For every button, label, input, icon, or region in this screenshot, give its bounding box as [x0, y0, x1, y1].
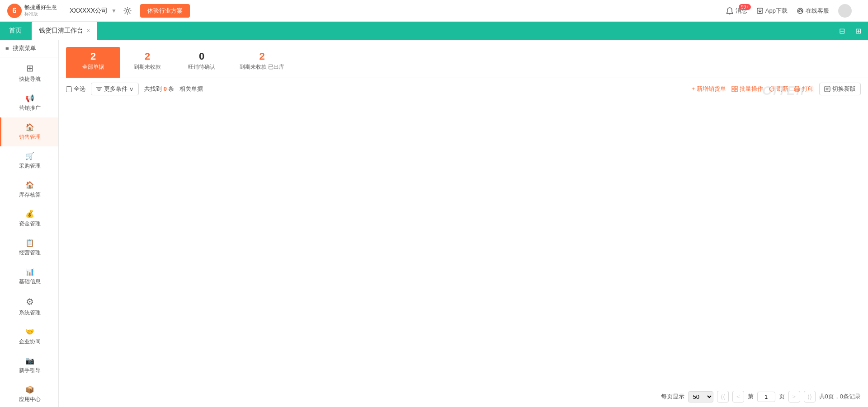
stat-wangpu-label: 旺铺待确认 [188, 63, 215, 71]
select-all-input[interactable] [66, 86, 72, 92]
stat-tab-all[interactable]: 2 全部单据 [66, 47, 120, 78]
sidebar-item-quicknav[interactable]: ⊞ 快捷导航 [0, 57, 58, 89]
sidebar-item-appstore[interactable]: 📦 应用中心 [0, 380, 58, 407]
add-sales-order-button[interactable]: + 新增销货单 [692, 85, 726, 93]
filter-dropdown-icon: ∨ [129, 86, 134, 93]
page-size-label: 每页显示 [661, 393, 684, 401]
notification-badge: 99+ [739, 4, 751, 10]
tab-maximize-icon[interactable]: ⊞ [852, 24, 864, 37]
sidebar-basic-label: 基础信息 [19, 278, 41, 285]
trial-button[interactable]: 体验行业方案 [140, 4, 190, 18]
content-area: 2 全部单据 2 到期未收款 0 旺铺待确认 2 到期未收款 已出库 全选 [59, 40, 868, 407]
sidebar-operation-label: 经营管理 [19, 249, 41, 257]
svg-point-0 [126, 9, 129, 12]
sidebar-item-collab[interactable]: 🤝 企业协同 [0, 322, 58, 351]
stat-overdue-label: 到期未收款 [134, 63, 161, 71]
found-text: 共找到 0 条 [144, 85, 174, 93]
svg-point-4 [801, 10, 802, 12]
stat-wangpu-number: 0 [199, 51, 204, 62]
print-button[interactable]: 打印 [794, 85, 814, 93]
page-last-button[interactable]: ⟩⟩ [804, 391, 816, 402]
notification-icon-item[interactable]: 消息 99+ [726, 7, 747, 15]
main-layout: ≡ 搜索菜单 ⊞ 快捷导航 📢 营销推广 🏠 销售管理 🛒 采购管理 🏠 库存核… [0, 40, 868, 407]
page-first-button[interactable]: ⟨⟨ [717, 391, 729, 402]
switch-version-button[interactable]: 切换新版 [819, 83, 861, 95]
logo-icon: 6 [7, 4, 22, 18]
operation-icon: 📋 [25, 239, 34, 247]
select-all-checkbox[interactable]: 全选 [66, 85, 85, 93]
sidebar-item-marketing[interactable]: 📢 营销推广 [0, 89, 58, 117]
sidebar-guide-label: 新手引导 [19, 367, 41, 374]
page-size-select[interactable]: 50 10 20 100 [688, 391, 713, 402]
page-prev-button[interactable]: ＜ [732, 391, 744, 402]
page-next-button[interactable]: ＞ [788, 391, 800, 402]
purchase-icon: 🛒 [25, 152, 34, 160]
sidebar-sales-label: 销售管理 [19, 133, 41, 141]
sidebar-item-search[interactable]: ≡ 搜索菜单 [0, 40, 58, 57]
print-icon [794, 86, 800, 92]
app-download-item[interactable]: App下载 [756, 7, 788, 15]
stat-overdue-number: 2 [145, 51, 150, 62]
online-service-label: 在线客服 [806, 7, 829, 15]
company-name[interactable]: XXXXXX公司 [70, 7, 108, 15]
sidebar-purchase-label: 采购管理 [19, 162, 41, 170]
svg-rect-7 [732, 89, 734, 92]
sales-icon: 🏠 [25, 123, 34, 131]
pagination: 每页显示 50 10 20 100 ⟨⟨ ＜ 第 页 ＞ ⟩⟩ 共0页，0条记录 [59, 386, 868, 407]
sidebar-system-label: 系统管理 [19, 309, 41, 317]
toolbar-right: + 新增销货单 批量操作 刷新 [692, 83, 861, 95]
sidebar-item-operation[interactable]: 📋 经营管理 [0, 233, 58, 262]
stat-tab-overdue[interactable]: 2 到期未收款 [120, 47, 175, 78]
found-count: 0 [164, 85, 167, 92]
company-dropdown-icon[interactable]: ▼ [111, 8, 117, 14]
page-number-input[interactable] [757, 392, 775, 402]
logo-badge: 标准版 [24, 11, 57, 17]
related-button[interactable]: 相关单据 [179, 85, 203, 93]
sidebar-search-label: 搜索菜单 [13, 44, 36, 52]
quicknav-icon: ⊞ [26, 63, 34, 74]
tab-minimize-icon[interactable]: ⊟ [835, 24, 848, 37]
app-download-label: App下载 [765, 7, 788, 15]
tab-home[interactable]: 首页 [0, 22, 31, 40]
svg-rect-6 [735, 86, 737, 89]
company-selector[interactable]: XXXXXX公司 ▼ [70, 7, 117, 15]
tab-close-icon[interactable]: × [87, 28, 90, 34]
search-icon: ≡ [5, 45, 9, 52]
refresh-icon [769, 86, 775, 92]
sidebar-collab-label: 企业协同 [19, 338, 41, 346]
sidebar-item-inventory[interactable]: 🏠 库存核算 [0, 175, 58, 204]
sidebar-marketing-label: 营销推广 [19, 104, 41, 112]
sidebar-item-finance[interactable]: 💰 资金管理 [0, 204, 58, 233]
svg-rect-9 [795, 86, 799, 88]
batch-operation-button[interactable]: 批量操作 [731, 85, 763, 93]
toolbar: 全选 更多条件 ∨ 共找到 0 条 相关单据 + 新增销货单 [59, 78, 868, 100]
stat-shipped-label: 到期未收款 已出库 [240, 63, 284, 71]
sidebar: ≡ 搜索菜单 ⊞ 快捷导航 📢 营销推广 🏠 销售管理 🛒 采购管理 🏠 库存核… [0, 40, 59, 407]
refresh-button[interactable]: 刷新 [769, 85, 788, 93]
tab-current[interactable]: 钱货日清工作台 × [32, 22, 97, 40]
appstore-icon: 📦 [25, 385, 34, 394]
sidebar-item-sales[interactable]: 🏠 销售管理 [0, 117, 58, 146]
stat-all-label: 全部单据 [82, 63, 104, 71]
page-label: 第 [748, 393, 754, 401]
select-all-label: 全选 [74, 85, 85, 93]
settings-icon[interactable] [120, 4, 135, 18]
tab-bar: 首页 钱货日清工作台 × ⊟ ⊞ [0, 22, 868, 40]
filter-button[interactable]: 更多条件 ∨ [91, 83, 139, 95]
batch-icon [731, 86, 738, 92]
sidebar-item-purchase[interactable]: 🛒 采购管理 [0, 146, 58, 175]
svg-rect-8 [735, 89, 737, 92]
sidebar-quicknav-label: 快捷导航 [19, 75, 41, 83]
header-right: 消息 99+ App下载 在线客服 [726, 4, 861, 18]
stat-tab-shipped[interactable]: 2 到期未收款 已出库 [229, 47, 295, 78]
online-service-item[interactable]: 在线客服 [797, 7, 829, 15]
stat-all-number: 2 [90, 51, 96, 62]
stat-tab-wangpu[interactable]: 0 旺铺待确认 [175, 47, 229, 78]
avatar[interactable] [838, 4, 852, 18]
sidebar-item-system[interactable]: ⚙ 系统管理 [0, 291, 58, 322]
logo-text: 畅捷通好生意 [24, 4, 57, 10]
marketing-icon: 📢 [25, 94, 34, 103]
sidebar-item-basic[interactable]: 📊 基础信息 [0, 262, 58, 291]
sidebar-item-guide[interactable]: 📷 新手引导 [0, 351, 58, 380]
stat-shipped-number: 2 [259, 51, 265, 62]
